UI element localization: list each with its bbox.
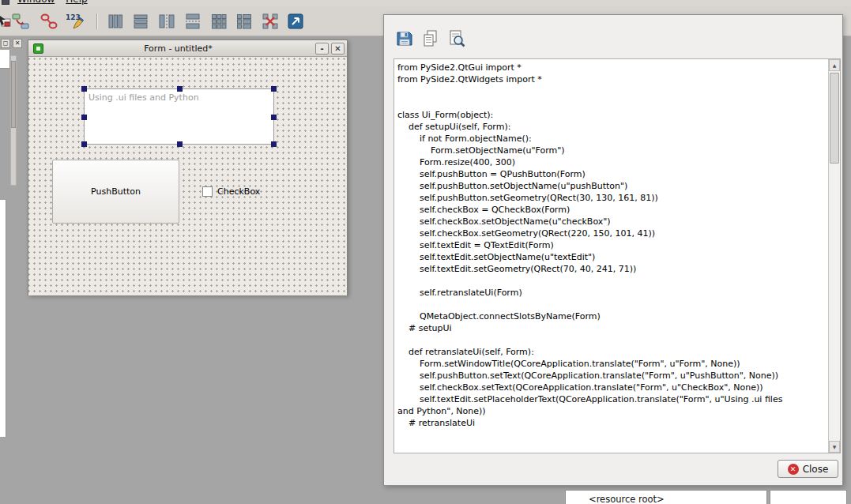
menu-window[interactable]: Window (17, 0, 55, 5)
app-icon (2, 0, 9, 5)
form-window-titlebar[interactable]: Form - untitled* - ✕ (28, 40, 347, 57)
widgetbox-scrollbar[interactable] (10, 55, 17, 186)
checkbox-widget[interactable]: CheckBox (202, 175, 282, 208)
textedit-widget[interactable]: Using .ui files and Python (84, 88, 274, 145)
selection-handle[interactable] (177, 141, 183, 147)
pushbutton-widget[interactable]: PushButton (52, 160, 179, 224)
dock-float-button[interactable]: ◻ (1, 39, 10, 48)
save-icon[interactable] (395, 29, 414, 48)
form-designer-window: Form - untitled* - ✕ Using .ui files and… (28, 39, 348, 295)
textedit-placeholder: Using .ui files and Python (88, 92, 199, 103)
selection-handle[interactable] (81, 115, 87, 120)
form-minimize-button[interactable]: - (315, 43, 329, 55)
form-canvas[interactable]: Using .ui files and Python PushButton Ch… (28, 57, 347, 295)
widgetbox-panel-fragment (0, 200, 6, 437)
dock-close-button[interactable]: ✕ (13, 39, 22, 48)
resource-root-item[interactable]: <resource root> (566, 491, 766, 504)
form-close-button[interactable]: ✕ (331, 43, 345, 55)
scroll-down-button[interactable]: ▼ (829, 441, 840, 453)
dock-titlebar-fragment: ◻ ✕ (1, 39, 22, 48)
layout-vertical-splitter-icon[interactable] (183, 12, 202, 31)
checkbox-label: CheckBox (217, 186, 260, 197)
close-circle-icon: ✕ (788, 464, 799, 475)
widgetbox-scrollbar-thumb[interactable] (11, 61, 16, 128)
close-button-label: Close (803, 464, 829, 475)
tab-order-digits: 123 (66, 13, 81, 21)
break-layout-icon[interactable] (261, 12, 280, 31)
code-preview-dialog: from PySide2.QtGui import * from PySide2… (383, 14, 843, 486)
dialog-close-button[interactable]: ✕ Close (778, 460, 838, 478)
edit-tab-order-icon[interactable]: 123 (65, 12, 84, 31)
edit-buddies-icon[interactable] (40, 12, 58, 31)
pushbutton-label: PushButton (91, 186, 141, 197)
layout-form-icon[interactable] (235, 12, 254, 31)
form-window-title: Form - untitled* (43, 43, 313, 54)
form-window-icon (33, 43, 43, 54)
selection-handle[interactable] (271, 86, 277, 92)
code-dialog-toolbar (395, 29, 466, 48)
find-icon[interactable] (447, 29, 466, 48)
layout-horizontal-splitter-icon[interactable] (157, 12, 176, 31)
adjust-size-icon[interactable] (286, 12, 305, 31)
edit-signals-slots-icon[interactable] (11, 12, 30, 31)
bottom-right-panel (770, 490, 847, 504)
toolbar-separator (96, 13, 98, 29)
resource-browser-panel: <resource root> (565, 490, 767, 504)
layout-vertical-icon[interactable] (131, 12, 150, 31)
layout-horizontal-icon[interactable] (106, 12, 125, 31)
menu-help[interactable]: Help (66, 0, 87, 5)
selection-handle[interactable] (177, 86, 183, 92)
checkbox-indicator[interactable] (202, 186, 213, 197)
selection-handle[interactable] (81, 141, 87, 147)
widgetbox-filter-fragment[interactable] (0, 50, 10, 69)
qt-designer-app: Window Help 123 (0, 0, 851, 504)
code-text[interactable]: from PySide2.QtGui import * from PySide2… (394, 59, 827, 453)
selection-handle[interactable] (271, 141, 277, 147)
code-editor[interactable]: from PySide2.QtGui import * from PySide2… (393, 58, 841, 453)
layout-grid-icon[interactable] (209, 12, 228, 31)
copy-icon[interactable] (421, 29, 440, 48)
scrollbar-thumb[interactable] (830, 73, 839, 164)
menubar: Window Help (0, 0, 851, 6)
selection-handle[interactable] (271, 115, 277, 120)
vertical-scrollbar[interactable]: ▲ ▼ (828, 59, 840, 453)
scroll-up-button[interactable]: ▲ (829, 59, 840, 71)
selection-handle[interactable] (81, 86, 87, 92)
